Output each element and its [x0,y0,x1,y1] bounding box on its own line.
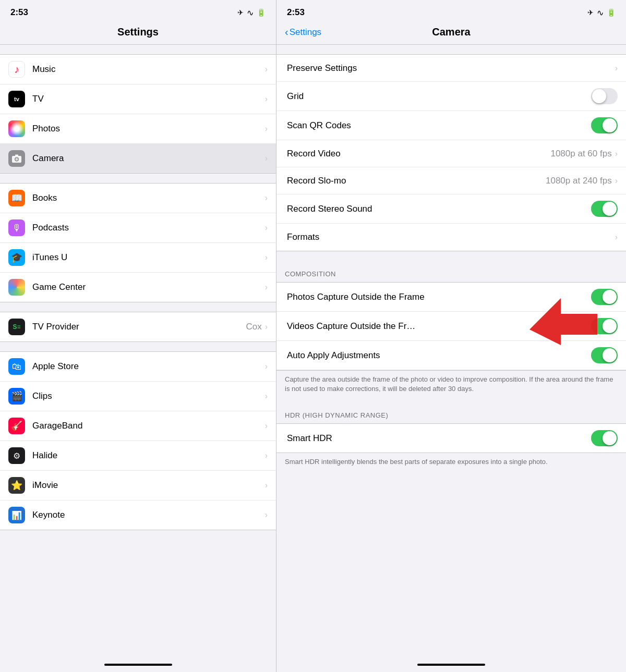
sidebar-item-itunesu[interactable]: 🎓 iTunes U › [0,243,276,273]
chevron-icon: › [265,253,268,262]
music-icon: ♪ [8,61,25,78]
sidebar-item-podcasts[interactable]: 🎙 Podcasts › [0,213,276,243]
hdr-rows: Smart HDR [276,423,626,453]
battery-icon: 🔋 [257,8,266,17]
photos-outside-row[interactable]: Photos Capture Outside the Frame [276,283,626,312]
left-status-icons: ✈ ∿ 🔋 [237,8,266,18]
toggle-knob [603,118,617,132]
garageband-label: GarageBand [32,421,265,431]
chevron-icon: › [615,176,618,186]
sidebar-item-halide[interactable]: ⚙ Halide › [0,441,276,471]
halide-label: Halide [32,450,265,461]
grid-row[interactable]: Grid [276,82,626,111]
auto-adjust-row[interactable]: Auto Apply Adjustments [276,341,626,370]
sidebar-item-photos[interactable]: Photos › [0,114,276,144]
recordslomo-row[interactable]: Record Slo-mo 1080p at 240 fps › [276,167,626,194]
books-icon: 📖 [8,190,25,206]
sidebar-item-clips[interactable]: 🎬 Clips › [0,382,276,411]
right-nav-header: ‹ Settings Camera [276,23,626,45]
back-chevron-icon: ‹ [285,26,288,38]
books-label: Books [32,193,265,203]
battery-icon: 🔋 [607,8,616,17]
chevron-icon: › [615,64,618,73]
chevron-icon: › [265,223,268,233]
toggle-knob [592,89,606,103]
chevron-icon: › [265,362,268,371]
auto-adjust-label: Auto Apply Adjustments [287,350,591,361]
stereo-row[interactable]: Record Stereo Sound [276,194,626,224]
music-label: Music [32,64,265,75]
tv-icon: tv [8,91,25,107]
back-button[interactable]: ‹ Settings [285,26,321,38]
grid-toggle[interactable] [591,88,618,104]
recordvideo-label: Record Video [287,149,550,159]
camera-main-section: Preserve Settings › Grid Scan QR Codes R… [276,54,626,251]
sidebar-item-tv[interactable]: tv TV › [0,84,276,114]
left-nav-header: Settings [0,23,276,45]
tvprovider-label: TV Provider [32,322,246,332]
composition-section: COMPOSITION Photos Capture Outside the F… [276,261,626,402]
scanqr-label: Scan QR Codes [287,120,591,131]
toggle-knob [603,202,617,216]
left-panel: 2:53 ✈ ∿ 🔋 Settings ♪ Music › tv TV › [0,0,276,672]
sidebar-item-gamecenter[interactable]: Game Center › [0,273,276,302]
chevron-icon: › [265,65,268,74]
photos-outside-toggle[interactable] [591,289,618,305]
sidebar-item-camera[interactable]: Camera › [0,144,276,173]
airplane-icon: ✈ [237,8,244,17]
clips-icon: 🎬 [8,388,25,405]
videos-outside-row[interactable]: Videos Capture Outside the Fr… [276,312,626,341]
tvprovider-value: Cox [246,322,261,332]
toggle-knob [603,431,617,445]
stereo-toggle[interactable] [591,201,618,217]
right-status-bar: 2:53 ✈ ∿ 🔋 [276,0,626,23]
chevron-icon: › [265,510,268,520]
tvprovider-icon: S≡ [8,319,25,335]
grid-label: Grid [287,91,591,102]
videos-outside-label: Videos Capture Outside the Fr… [287,321,591,332]
chevron-icon: › [265,421,268,431]
sidebar-item-appstore[interactable]: 🛍 Apple Store › [0,352,276,382]
recordvideo-row[interactable]: Record Video 1080p at 60 fps › [276,140,626,167]
podcasts-icon: 🎙 [8,219,25,236]
smart-hdr-toggle[interactable] [591,430,618,446]
appstore-icon: 🛍 [8,358,25,375]
chevron-icon: › [265,322,268,332]
imovie-label: iMovie [32,480,265,491]
keynote-label: Keynote [32,510,265,520]
right-time: 2:53 [287,7,305,18]
photos-label: Photos [32,124,265,134]
halide-icon: ⚙ [8,447,25,464]
auto-adjust-toggle[interactable] [591,347,618,363]
sidebar-item-imovie[interactable]: ⭐ iMovie › [0,471,276,500]
left-section-1: ♪ Music › tv TV › Photos › [0,54,276,174]
right-panel: 2:53 ✈ ∿ 🔋 ‹ Settings Camera Preserve Se… [276,0,626,672]
itunesu-label: iTunes U [32,252,265,263]
sidebar-item-keynote[interactable]: 📊 Keynote › [0,500,276,530]
wifi-icon: ∿ [597,8,604,18]
right-status-icons: ✈ ∿ 🔋 [587,8,616,18]
preserve-settings-row[interactable]: Preserve Settings › [276,55,626,82]
photos-outside-label: Photos Capture Outside the Frame [287,292,591,302]
chevron-icon: › [265,94,268,104]
camera-label: Camera [32,153,265,164]
left-section-4: 🛍 Apple Store › 🎬 Clips › 🎸 GarageBand ›… [0,351,276,530]
smart-hdr-row[interactable]: Smart HDR [276,424,626,453]
formats-row[interactable]: Formats › [276,224,626,251]
left-status-bar: 2:53 ✈ ∿ 🔋 [0,0,276,23]
sidebar-item-tvprovider[interactable]: S≡ TV Provider Cox › [0,312,276,341]
composition-rows: Photos Capture Outside the Frame Videos … [276,282,626,371]
chevron-icon: › [265,451,268,460]
recordslomo-value: 1080p at 240 fps [546,176,612,186]
scanqr-row[interactable]: Scan QR Codes [276,111,626,140]
sidebar-item-music[interactable]: ♪ Music › [0,55,276,84]
home-indicator-right [417,664,485,666]
composition-note: Capture the area outside the frame of th… [276,371,626,402]
back-label[interactable]: Settings [290,27,321,38]
left-section-3: S≡ TV Provider Cox › [0,312,276,342]
chevron-icon: › [265,481,268,490]
sidebar-item-garageband[interactable]: 🎸 GarageBand › [0,411,276,441]
scanqr-toggle[interactable] [591,117,618,133]
sidebar-item-books[interactable]: 📖 Books › [0,184,276,213]
videos-outside-toggle[interactable] [591,318,618,334]
